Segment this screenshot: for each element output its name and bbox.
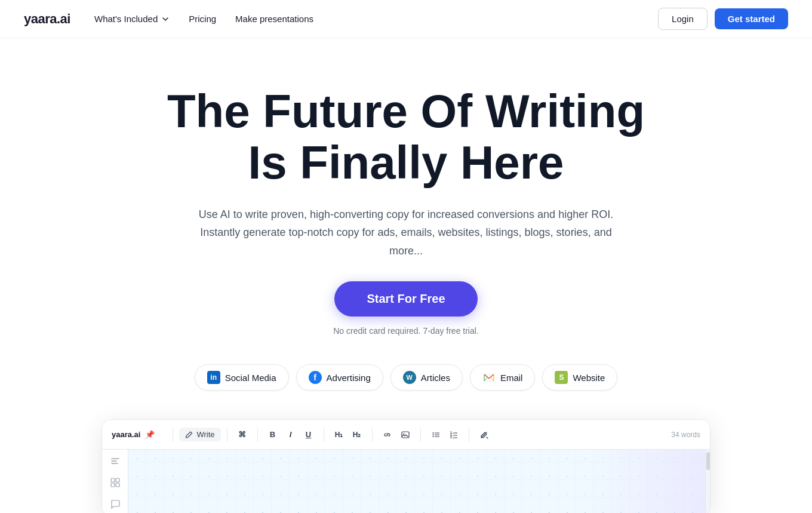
svg-rect-16 — [111, 478, 115, 482]
svg-rect-18 — [111, 483, 115, 487]
toolbar-underline-btn[interactable]: U — [300, 426, 318, 444]
unordered-list-icon — [432, 431, 440, 439]
svg-point-5 — [432, 434, 433, 435]
toolbar-divider — [173, 428, 173, 442]
hero-section: The Future Of Writing Is Finally Here Us… — [0, 38, 812, 513]
app-preview: yaara.ai 📌 Write ⌘ B I U H₁ H₂ — [102, 419, 710, 513]
svg-point-7 — [432, 436, 433, 437]
word-count: 34 words — [671, 431, 700, 439]
toolbar-bold-btn[interactable]: B — [264, 426, 282, 444]
category-pills: in Social Media f Advertising W Articles — [195, 364, 618, 391]
toolbar-divider6 — [420, 428, 421, 442]
svg-line-15 — [487, 437, 488, 438]
edit-icon — [185, 431, 193, 439]
toolbar-divider4 — [324, 428, 324, 442]
navbar-left: yaara.ai What's Included Pricing Make pr… — [24, 11, 313, 27]
linkedin-icon: in — [207, 371, 220, 384]
toolbar-ul-btn[interactable] — [427, 426, 445, 444]
pill-social-media[interactable]: in Social Media — [195, 364, 289, 391]
link-icon — [383, 431, 392, 439]
nav-pricing[interactable]: Pricing — [189, 14, 216, 24]
toolbar-divider7 — [469, 428, 469, 442]
app-scrollbar[interactable] — [705, 450, 710, 513]
app-logo-area: yaara.ai 📌 — [112, 430, 155, 439]
toolbar-italic-btn[interactable]: I — [282, 426, 300, 444]
app-content — [128, 450, 705, 513]
toolbar-clear-btn[interactable] — [475, 426, 493, 444]
sidebar-chat-icon[interactable] — [107, 498, 124, 509]
hero-subtitle: Use AI to write proven, high-converting … — [191, 205, 621, 260]
hero-disclaimer: No credit card required. 7-day free tria… — [333, 326, 479, 336]
wordpress-icon: W — [403, 371, 416, 384]
app-body — [102, 450, 710, 513]
ordered-list-icon: 1. 2. 3. — [450, 431, 458, 439]
toolbar-write-btn[interactable]: Write — [179, 428, 220, 441]
navbar: yaara.ai What's Included Pricing Make pr… — [0, 0, 812, 38]
nav-whats-included[interactable]: What's Included — [94, 14, 170, 24]
facebook-icon: f — [309, 371, 322, 384]
svg-point-3 — [432, 432, 433, 434]
toolbar-divider2 — [227, 428, 227, 442]
chevron-down-icon — [161, 15, 170, 23]
app-toolbar: yaara.ai 📌 Write ⌘ B I U H₁ H₂ — [102, 420, 710, 450]
toolbar-divider3 — [257, 428, 258, 442]
toolbar-h2-btn[interactable]: H₂ — [348, 426, 366, 444]
pill-advertising[interactable]: f Advertising — [296, 364, 383, 391]
toolbar-ol-btn[interactable]: 1. 2. 3. — [445, 426, 463, 444]
pill-articles[interactable]: W Articles — [390, 364, 463, 391]
login-button[interactable]: Login — [658, 8, 708, 30]
svg-rect-17 — [116, 478, 119, 482]
logo[interactable]: yaara.ai — [24, 11, 70, 27]
toolbar-h1-btn[interactable]: H₁ — [330, 426, 348, 444]
toolbar-cmd-btn[interactable]: ⌘ — [233, 426, 251, 444]
nav-make-presentations[interactable]: Make presentations — [235, 14, 313, 24]
app-scrollbar-thumb — [706, 452, 710, 470]
shopify-icon: S — [555, 371, 568, 384]
image-icon — [401, 431, 410, 439]
clear-format-icon — [480, 431, 488, 439]
app-logo: yaara.ai — [112, 430, 140, 439]
toolbar-divider5 — [372, 428, 373, 442]
app-sidebar — [102, 450, 128, 513]
pin-icon: 📌 — [145, 430, 155, 439]
pill-email[interactable]: Email — [470, 364, 536, 391]
pill-website[interactable]: S Website — [542, 364, 617, 391]
svg-text:3.: 3. — [450, 435, 453, 439]
toolbar-link-btn[interactable] — [379, 426, 396, 444]
navbar-right: Login Get started — [658, 8, 788, 30]
nav-links: What's Included Pricing Make presentatio… — [94, 14, 313, 24]
toolbar-image-btn[interactable] — [396, 426, 414, 444]
gmail-icon — [482, 371, 496, 384]
get-started-button[interactable]: Get started — [715, 8, 788, 29]
sidebar-text-icon[interactable] — [107, 456, 124, 467]
start-free-button[interactable]: Start For Free — [334, 281, 477, 317]
svg-rect-19 — [116, 483, 119, 487]
svg-point-2 — [403, 433, 404, 434]
hero-title: The Future Of Writing Is Finally Here — [167, 86, 645, 189]
sidebar-grid-icon[interactable] — [107, 477, 124, 489]
